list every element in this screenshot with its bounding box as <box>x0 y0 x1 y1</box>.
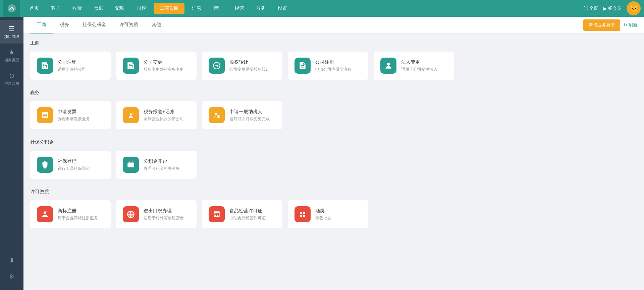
nav-item-service[interactable]: 服务 <box>250 0 272 17</box>
card-title-social-insurance: 社保登记 <box>58 158 90 164</box>
card-trademark[interactable]: 商标注册 用于企业商标注册服务 <box>30 200 111 228</box>
card-info-company-cancel: 公司注销 适用于注销公司 <box>58 59 86 72</box>
card-title-trademark: 商标注册 <box>58 208 98 214</box>
add-business-type-button[interactable]: 新增业务类型 <box>583 19 620 31</box>
card-info-general-taxpayer: 申请一般纳税人 当月或次月成变更完成 <box>229 109 270 122</box>
star-icon: ★ <box>9 48 15 56</box>
card-desc-food-license: 办理食品经营许可证 <box>229 215 266 221</box>
card-equity-transfer[interactable]: 股权转让 公司变更需要股权转让 <box>202 52 282 80</box>
sidebar-bottom: ⬇ ⚙ <box>5 254 18 290</box>
card-title-provident-fund: 公积金开户 <box>144 158 180 164</box>
card-icon-equity-transfer <box>209 58 225 74</box>
card-info-legal-change: 法人变更 适用于公司变更法人 <box>401 59 437 72</box>
card-import-export[interactable]: 进出口权办理 适用于对外贸易经营者 <box>116 200 197 228</box>
nav-item-invoice[interactable]: 票据 <box>88 0 109 17</box>
section-title-shuiwu: 税务 <box>30 90 637 96</box>
card-info-alcohol: 酒类 零售批发 <box>315 208 331 221</box>
card-social-insurance[interactable]: 社保登记 进行人员社保登记 <box>30 151 111 179</box>
nav-item-operation[interactable]: 经营 <box>229 0 250 17</box>
card-desc-alcohol: 零售批发 <box>315 215 331 221</box>
list-icon: ☰ <box>9 25 15 33</box>
sidebar-item-project-type[interactable]: ★ 项目类型 <box>0 44 23 67</box>
card-general-taxpayer[interactable]: 申请一般纳税人 当月或次月成变更完成 <box>202 101 282 129</box>
card-title-food-license: 食品经营许可证 <box>229 208 266 214</box>
sidebar-download-button[interactable]: ⬇ <box>5 254 18 267</box>
cards-grid-xuke: 商标注册 用于企业商标注册服务 进出口权办理 适用于对外贸易经营者 <box>30 200 637 228</box>
tab-gongshang[interactable]: 工商 <box>30 17 53 33</box>
fullscreen-button[interactable]: ⛶ 全屏 <box>584 5 598 11</box>
card-info-social-insurance: 社保登记 进行人员社保登记 <box>58 158 90 171</box>
svg-point-1 <box>387 63 390 66</box>
card-info-import-export: 进出口权办理 适用于对外贸易经营者 <box>144 208 184 221</box>
nav-item-settings[interactable]: 设置 <box>272 0 293 17</box>
sidebar-item-project-management[interactable]: ☰ 项目管理 <box>0 20 23 44</box>
member-label: 畅会员 <box>608 5 621 11</box>
nav-item-bookkeeping[interactable]: 记账 <box>109 0 131 17</box>
card-desc-company-change: 股权变更外的业务变更 <box>144 67 184 72</box>
card-title-import-export: 进出口权办理 <box>144 208 184 214</box>
nav-item-home[interactable]: 首页 <box>23 0 45 17</box>
card-title-general-taxpayer: 申请一般纳税人 <box>229 109 270 115</box>
nav-item-manage[interactable]: 管理 <box>207 0 229 17</box>
card-icon-trademark <box>37 206 53 222</box>
tab-other[interactable]: 其他 <box>145 17 168 33</box>
card-food-license[interactable]: 食品经营许可证 办理食品经营许可证 <box>202 200 282 228</box>
refresh-button[interactable]: ↻ 刷新 <box>624 22 637 28</box>
card-desc-legal-change: 适用于公司变更法人 <box>401 67 437 72</box>
refresh-label: 刷新 <box>629 22 637 28</box>
cards-grid-shuiwu: 申请发票 办理申请发票业务 税务报道+记账 拿到营业执照的新公司 <box>30 101 637 129</box>
card-icon-company-cancel <box>37 58 53 74</box>
card-provident-fund[interactable]: 公积金开户 办理公积金相关业务 <box>116 151 197 179</box>
cards-grid-shebao: 社保登记 进行人员社保登记 公积金开户 办理公积金相关业务 <box>30 151 637 179</box>
card-info-company-change: 公司变更 股权变更外的业务变更 <box>144 59 184 72</box>
tab-shebao[interactable]: 社保公积金 <box>76 17 113 33</box>
card-desc-trademark: 用于企业商标注册服务 <box>58 215 98 221</box>
svg-point-7 <box>44 211 47 214</box>
card-company-change[interactable]: 公司变更 股权变更外的业务变更 <box>116 52 197 80</box>
download-icon: ⬇ <box>9 257 14 264</box>
nav-item-fee[interactable]: 收费 <box>66 0 88 17</box>
card-desc-import-export: 适用于对外贸易经营者 <box>144 215 184 221</box>
card-company-cancel[interactable]: 公司注销 适用于注销公司 <box>30 52 111 80</box>
card-alcohol[interactable]: 酒类 零售批发 <box>288 200 368 228</box>
card-company-register[interactable]: 公司注册 申请公司注册全流程 <box>288 52 368 80</box>
nav-item-client[interactable]: 客户 <box>45 0 66 17</box>
tab-xuke[interactable]: 许可资质 <box>113 17 145 33</box>
card-icon-legal-change <box>380 58 396 74</box>
card-legal-change[interactable]: 法人变更 适用于公司变更法人 <box>374 52 454 80</box>
nav-item-message[interactable]: 消息 <box>186 0 207 17</box>
tab-bar: 工商 税务 社保公积金 许可资质 其他 新增业务类型 ↻ 刷新 <box>23 17 644 33</box>
card-invoice-apply[interactable]: 申请发票 办理申请发票业务 <box>30 101 111 129</box>
card-title-equity-transfer: 股权转让 <box>229 59 270 65</box>
scroll-content[interactable]: 工商 公司注销 适用于注销公司 公司变更 <box>23 33 644 290</box>
card-info-equity-transfer: 股权转让 公司变更需要股权转让 <box>229 59 270 72</box>
sidebar-label-progress-monitor: 进度监测 <box>4 81 19 86</box>
nav-right-area: ⛶ 全屏 ▶ 畅会员 🐱 <box>584 1 641 15</box>
nav-item-business[interactable]: 工商项目 <box>154 3 184 14</box>
card-title-company-register: 公司注册 <box>315 59 352 65</box>
card-title-invoice-apply: 申请发票 <box>58 109 90 115</box>
tab-shuiwu[interactable]: 税务 <box>53 17 76 33</box>
main-layout: ☰ 项目管理 ★ 项目类型 ⊙ 进度监测 ⬇ ⚙ 工商 税务 社保公积金 <box>0 17 644 290</box>
card-icon-tax-report <box>123 107 139 123</box>
card-title-legal-change: 法人变更 <box>401 59 437 65</box>
svg-point-6 <box>130 164 131 166</box>
card-tax-report[interactable]: 税务报道+记账 拿到营业执照的新公司 <box>116 101 197 129</box>
section-title-xuke: 许可资质 <box>30 189 637 195</box>
card-icon-general-taxpayer <box>209 107 225 123</box>
member-button[interactable]: ▶ 畅会员 <box>603 5 621 11</box>
card-icon-invoice-apply <box>37 107 53 123</box>
mascot-avatar[interactable]: 🐱 <box>627 1 641 15</box>
card-info-provident-fund: 公积金开户 办理公积金相关业务 <box>144 158 180 171</box>
card-icon-social-insurance <box>37 157 53 173</box>
fullscreen-icon: ⛶ <box>584 6 588 11</box>
section-title-shebao: 社保公积金 <box>30 139 637 145</box>
sidebar-item-progress-monitor[interactable]: ⊙ 进度监测 <box>0 67 23 90</box>
card-info-trademark: 商标注册 用于企业商标注册服务 <box>58 208 98 221</box>
sidebar-label-project-type: 项目类型 <box>4 58 19 63</box>
sidebar-settings-button[interactable]: ⚙ <box>5 270 18 283</box>
card-info-invoice-apply: 申请发票 办理申请发票业务 <box>58 109 90 122</box>
nav-item-tax[interactable]: 报税 <box>131 0 152 17</box>
refresh-icon: ↻ <box>624 22 627 27</box>
card-desc-company-cancel: 适用于注销公司 <box>58 67 86 72</box>
